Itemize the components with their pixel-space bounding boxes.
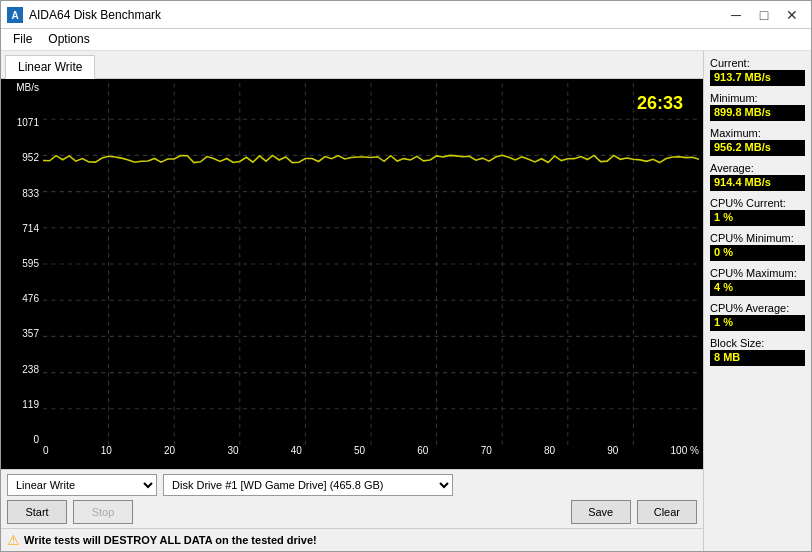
x-axis-labels: 0 10 20 30 40 50 60 70 80 90 100 % xyxy=(43,445,699,465)
x-label-70: 70 xyxy=(481,445,492,465)
warning-icon: ⚠ xyxy=(7,532,20,548)
chart-svg xyxy=(43,83,699,445)
title-controls: ─ □ ✕ xyxy=(723,5,805,25)
y-label-238: 238 xyxy=(1,365,43,375)
y-label-0: 0 xyxy=(1,435,43,445)
cpu-maximum-value: 4 % xyxy=(710,280,805,296)
y-label-833: 833 xyxy=(1,189,43,199)
test-type-select[interactable]: Linear Write Linear Read Random Write Ra… xyxy=(7,474,157,496)
y-axis-labels: MB/s 1071 952 833 714 595 476 357 238 11… xyxy=(1,83,43,445)
minimum-label: Minimum: xyxy=(710,92,805,104)
block-size-label: Block Size: xyxy=(710,337,805,349)
stat-cpu-minimum: CPU% Minimum: 0 % xyxy=(710,232,805,261)
main-panel: Linear Write MB/s 1071 952 833 714 595 4… xyxy=(1,51,703,551)
minimum-value: 899.8 MB/s xyxy=(710,105,805,121)
cpu-average-value: 1 % xyxy=(710,315,805,331)
x-label-10: 10 xyxy=(101,445,112,465)
x-label-90: 90 xyxy=(607,445,618,465)
x-label-20: 20 xyxy=(164,445,175,465)
timer-display: 26:33 xyxy=(637,93,683,114)
x-label-60: 60 xyxy=(417,445,428,465)
cpu-average-label: CPU% Average: xyxy=(710,302,805,314)
x-label-40: 40 xyxy=(291,445,302,465)
title-bar-left: A AIDA64 Disk Benchmark xyxy=(7,7,161,23)
right-panel: Current: 913.7 MB/s Minimum: 899.8 MB/s … xyxy=(703,51,811,551)
warning-text: Write tests will DESTROY ALL DATA on the… xyxy=(24,534,317,546)
main-window: A AIDA64 Disk Benchmark ─ □ ✕ File Optio… xyxy=(0,0,812,552)
maximum-label: Maximum: xyxy=(710,127,805,139)
chart-area: MB/s 1071 952 833 714 595 476 357 238 11… xyxy=(1,79,703,469)
x-label-80: 80 xyxy=(544,445,555,465)
cpu-maximum-label: CPU% Maximum: xyxy=(710,267,805,279)
y-label-1071: 1071 xyxy=(1,118,43,128)
y-label-mbs: MB/s xyxy=(1,83,43,93)
menu-bar: File Options xyxy=(1,29,811,51)
current-label: Current: xyxy=(710,57,805,69)
stat-maximum: Maximum: 956.2 MB/s xyxy=(710,127,805,156)
cpu-current-label: CPU% Current: xyxy=(710,197,805,209)
y-label-952: 952 xyxy=(1,153,43,163)
save-button[interactable]: Save xyxy=(571,500,631,524)
window-title: AIDA64 Disk Benchmark xyxy=(29,8,161,22)
stat-block-size: Block Size: 8 MB xyxy=(710,337,805,366)
stat-average: Average: 914.4 MB/s xyxy=(710,162,805,191)
current-value: 913.7 MB/s xyxy=(710,70,805,86)
y-label-119: 119 xyxy=(1,400,43,410)
cpu-minimum-value: 0 % xyxy=(710,245,805,261)
chart-graph xyxy=(43,83,699,445)
content-area: Linear Write MB/s 1071 952 833 714 595 4… xyxy=(1,51,811,551)
minimize-button[interactable]: ─ xyxy=(723,5,749,25)
clear-button[interactable]: Clear xyxy=(637,500,697,524)
x-label-30: 30 xyxy=(227,445,238,465)
menu-file[interactable]: File xyxy=(5,31,40,48)
y-label-595: 595 xyxy=(1,259,43,269)
start-button[interactable]: Start xyxy=(7,500,67,524)
average-label: Average: xyxy=(710,162,805,174)
tab-linear-write[interactable]: Linear Write xyxy=(5,55,95,79)
controls-row2: Start Stop Save Clear xyxy=(7,500,697,524)
x-label-100: 100 % xyxy=(671,445,699,465)
title-bar: A AIDA64 Disk Benchmark ─ □ ✕ xyxy=(1,1,811,29)
maximize-button[interactable]: □ xyxy=(751,5,777,25)
y-label-714: 714 xyxy=(1,224,43,234)
maximum-value: 956.2 MB/s xyxy=(710,140,805,156)
stop-button[interactable]: Stop xyxy=(73,500,133,524)
cpu-current-value: 1 % xyxy=(710,210,805,226)
stat-cpu-current: CPU% Current: 1 % xyxy=(710,197,805,226)
average-value: 914.4 MB/s xyxy=(710,175,805,191)
stat-cpu-maximum: CPU% Maximum: 4 % xyxy=(710,267,805,296)
svg-text:A: A xyxy=(11,10,18,21)
x-label-50: 50 xyxy=(354,445,365,465)
close-button[interactable]: ✕ xyxy=(779,5,805,25)
bottom-controls: Linear Write Linear Read Random Write Ra… xyxy=(1,469,703,528)
y-label-476: 476 xyxy=(1,294,43,304)
stat-minimum: Minimum: 899.8 MB/s xyxy=(710,92,805,121)
warning-row: ⚠ Write tests will DESTROY ALL DATA on t… xyxy=(1,528,703,551)
stat-current: Current: 913.7 MB/s xyxy=(710,57,805,86)
controls-row1: Linear Write Linear Read Random Write Ra… xyxy=(7,474,697,496)
cpu-minimum-label: CPU% Minimum: xyxy=(710,232,805,244)
block-size-value: 8 MB xyxy=(710,350,805,366)
x-label-0: 0 xyxy=(43,445,49,465)
tab-bar: Linear Write xyxy=(1,51,703,79)
menu-options[interactable]: Options xyxy=(40,31,97,48)
drive-select[interactable]: Disk Drive #1 [WD Game Drive] (465.8 GB) xyxy=(163,474,453,496)
y-label-357: 357 xyxy=(1,329,43,339)
stat-cpu-average: CPU% Average: 1 % xyxy=(710,302,805,331)
app-icon: A xyxy=(7,7,23,23)
